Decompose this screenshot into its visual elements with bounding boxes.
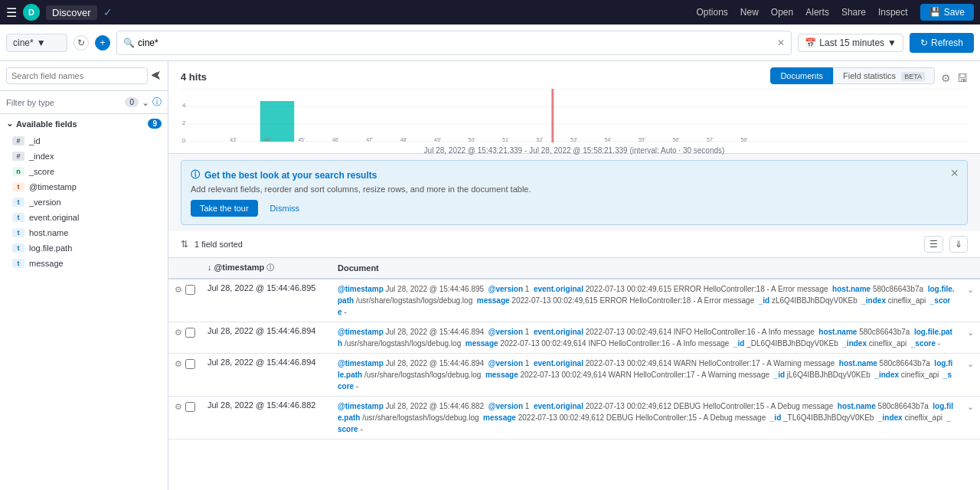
available-fields-label: Available fields — [16, 119, 77, 129]
tab-field-statistics[interactable]: Field statistics BETA — [833, 67, 935, 84]
document-cell: @timestamp Jul 28, 2022 @ 15:44:46.895 @… — [332, 279, 961, 322]
top-nav: ☰ D Discover ✓ Options New Open Alerts S… — [0, 0, 980, 24]
alerts-link[interactable]: Alerts — [805, 7, 829, 18]
svg-rect-7 — [260, 101, 294, 142]
field-type-badge: t — [12, 259, 24, 268]
field-item-index[interactable]: # _index — [0, 149, 168, 164]
second-bar: cine* ▼ ↻ + 🔍 ✕ 📅 Last 15 minutes ▼ ↻ Re… — [0, 24, 980, 61]
tab-documents[interactable]: Documents — [770, 67, 833, 84]
field-type-badge: # — [12, 152, 24, 161]
chart-time-range: Jul 28, 2022 @ 15:43:21.339 - Jul 28, 20… — [181, 146, 968, 155]
columns-button[interactable]: ☰ — [924, 236, 943, 253]
add-field-button[interactable]: + — [95, 35, 110, 51]
field-type-badge: t — [12, 182, 24, 191]
svg-text:52': 52' — [537, 137, 544, 142]
chevron-down-icon: ⌄ — [6, 119, 13, 129]
svg-text:53': 53' — [570, 137, 577, 142]
expand-row-button[interactable]: ⌄ — [967, 328, 974, 338]
expand-row-button[interactable]: ⌄ — [967, 285, 974, 295]
sidebar: ⮜ Filter by type 0 ⌄ ⓘ ⌄ Available field… — [0, 61, 168, 490]
download-button[interactable]: ⇓ — [949, 236, 968, 253]
histogram-chart: 0 2 4 43' 44' 45' 46' 47' 48' 49' 50' — [181, 89, 968, 142]
field-type-badge: n — [12, 167, 24, 176]
row-checkbox[interactable] — [185, 402, 195, 412]
options-link[interactable]: Options — [696, 7, 727, 18]
filter-info-icon[interactable]: ⓘ — [152, 96, 162, 109]
save-button[interactable]: 💾 Save — [920, 4, 974, 21]
inspect-link[interactable]: Inspect — [878, 7, 908, 18]
field-item-message[interactable]: t message — [0, 256, 168, 271]
expand-row-icon[interactable]: ⚙ — [175, 285, 182, 295]
document-cell: @timestamp Jul 28, 2022 @ 15:44:46.894 @… — [332, 354, 961, 397]
chart-area: 4 hits Documents Field statistics BETA ⚙… — [168, 61, 980, 154]
field-item-event-original[interactable]: t event.original — [0, 210, 168, 225]
row-checkbox[interactable] — [185, 285, 195, 295]
svg-text:43': 43' — [230, 137, 237, 142]
expand-row-button[interactable]: ⌄ — [967, 359, 974, 369]
index-pattern-label: cine* — [13, 38, 34, 48]
expand-row-icon[interactable]: ⚙ — [175, 402, 182, 412]
sort-info: 1 field sorted — [194, 240, 243, 249]
field-item-host-name[interactable]: t host.name — [0, 225, 168, 240]
nav-links: Options New Open Alerts Share Inspect 💾 … — [696, 4, 974, 21]
table-row: ⚙ Jul 28, 2022 @ 15:44:46.894 @timestamp… — [168, 354, 980, 397]
main-layout: ⮜ Filter by type 0 ⌄ ⓘ ⌄ Available field… — [0, 61, 980, 490]
results-table: ↓ @timestamp ⓘ Document ⚙ — [168, 258, 980, 439]
available-fields-header[interactable]: ⌄ Available fields 9 — [0, 114, 168, 133]
dismiss-button[interactable]: Dismiss — [264, 200, 306, 217]
row-checkbox[interactable] — [185, 328, 195, 338]
chart-container: 0 2 4 43' 44' 45' 46' 47' 48' 49' 50' — [181, 89, 968, 150]
chevron-down-icon: ▼ — [37, 38, 46, 48]
take-tour-button[interactable]: Take the tour — [191, 200, 258, 217]
field-name-label: _id — [29, 136, 41, 145]
field-name-label: event.original — [29, 213, 79, 222]
search-icon: 🔍 — [123, 38, 135, 48]
table-toolbar: ⇅ 1 field sorted ☰ ⇓ — [168, 231, 980, 258]
app-name[interactable]: Discover — [46, 5, 97, 20]
notification-actions: Take the tour Dismiss — [191, 200, 958, 217]
sidebar-collapse-icon[interactable]: ⮜ — [151, 70, 162, 82]
table-actions: ☰ ⇓ — [924, 236, 968, 253]
chart-tabs: Documents Field statistics BETA — [770, 67, 935, 84]
field-item-timestamp[interactable]: t @timestamp — [0, 179, 168, 194]
expand-row-icon[interactable]: ⚙ — [175, 359, 182, 369]
beta-badge: BETA — [901, 72, 925, 81]
filter-chevron-icon[interactable]: ⌄ — [142, 97, 149, 108]
time-range-picker[interactable]: 📅 Last 15 minutes ▼ — [798, 34, 903, 52]
refresh-index-button[interactable]: ↻ — [74, 35, 89, 51]
search-input[interactable] — [138, 38, 774, 48]
search-field-names-input[interactable] — [6, 67, 148, 84]
document-header: Document — [332, 258, 961, 279]
field-name-label: message — [29, 259, 64, 268]
index-selector[interactable]: cine* ▼ — [6, 34, 67, 52]
row-checkbox[interactable] — [185, 359, 195, 369]
open-link[interactable]: Open — [771, 7, 793, 18]
document-cell: @timestamp Jul 28, 2022 @ 15:44:46.894 @… — [332, 322, 961, 354]
svg-text:55': 55' — [639, 137, 645, 142]
field-name-label: host.name — [29, 228, 68, 237]
calendar-icon: 📅 — [805, 38, 816, 48]
field-item-version[interactable]: t _version — [0, 194, 168, 210]
field-item-score[interactable]: n _score — [0, 164, 168, 179]
field-item-id[interactable]: # _id — [0, 133, 168, 149]
svg-text:45': 45' — [298, 137, 305, 142]
settings-icon[interactable]: ⚙ — [941, 72, 951, 84]
hamburger-icon[interactable]: ☰ — [6, 5, 17, 20]
svg-text:46': 46' — [332, 137, 339, 142]
content-area: 4 hits Documents Field statistics BETA ⚙… — [168, 61, 980, 490]
share-link[interactable]: Share — [841, 7, 866, 18]
save-chart-icon[interactable]: 🖫 — [957, 72, 968, 84]
field-name-label: _version — [29, 198, 61, 207]
clear-search-icon[interactable]: ✕ — [777, 38, 785, 48]
expand-row-icon[interactable]: ⚙ — [175, 328, 182, 338]
field-item-log-file-path[interactable]: t log.file.path — [0, 240, 168, 256]
refresh-button[interactable]: ↻ Refresh — [910, 33, 974, 53]
close-notification-icon[interactable]: ✕ — [950, 167, 959, 179]
expand-row-button[interactable]: ⌄ — [967, 402, 974, 412]
timestamp-header[interactable]: ↓ @timestamp ⓘ — [201, 258, 332, 279]
notification-body: Add relevant fields, reorder and sort co… — [191, 185, 958, 194]
svg-text:48': 48' — [400, 137, 407, 142]
field-name-label: log.file.path — [29, 243, 72, 253]
new-link[interactable]: New — [740, 7, 759, 18]
svg-text:44': 44' — [264, 137, 271, 142]
